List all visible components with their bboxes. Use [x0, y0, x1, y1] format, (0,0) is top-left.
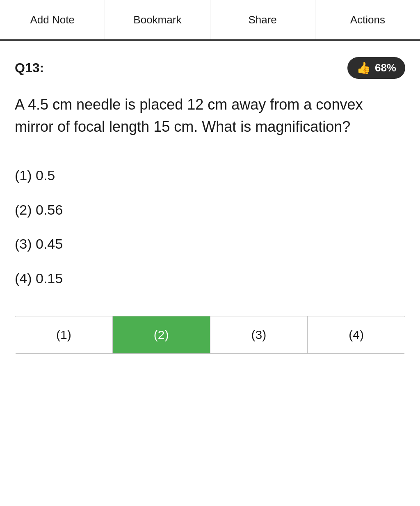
approval-percentage: 68%	[375, 62, 396, 74]
option-1[interactable]: (1) 0.5	[15, 158, 405, 193]
approval-badge: 👍 68%	[347, 57, 405, 79]
share-button[interactable]: Share	[210, 0, 315, 39]
answer-btn-1[interactable]: (1)	[15, 316, 113, 353]
bookmark-button[interactable]: Bookmark	[105, 0, 210, 39]
toolbar: Add Note Bookmark Share Actions	[0, 0, 420, 41]
question-text: A 4.5 cm needle is placed 12 cm away fro…	[15, 94, 405, 138]
answer-btn-2[interactable]: (2)	[113, 316, 210, 353]
question-header: Q13: 👍 68%	[15, 57, 405, 79]
option-2[interactable]: (2) 0.56	[15, 193, 405, 227]
answer-btn-3[interactable]: (3)	[210, 316, 308, 353]
question-number: Q13:	[15, 60, 44, 76]
options-list: (1) 0.5 (2) 0.56 (3) 0.45 (4) 0.15	[15, 158, 405, 295]
option-3[interactable]: (3) 0.45	[15, 227, 405, 261]
thumbs-up-icon: 👍	[356, 61, 371, 75]
actions-button[interactable]: Actions	[315, 0, 420, 39]
add-note-button[interactable]: Add Note	[0, 0, 105, 39]
answer-btn-4[interactable]: (4)	[308, 316, 405, 353]
answer-buttons-row: (1) (2) (3) (4)	[15, 316, 405, 354]
option-4[interactable]: (4) 0.15	[15, 261, 405, 296]
main-content: Q13: 👍 68% A 4.5 cm needle is placed 12 …	[0, 41, 420, 366]
